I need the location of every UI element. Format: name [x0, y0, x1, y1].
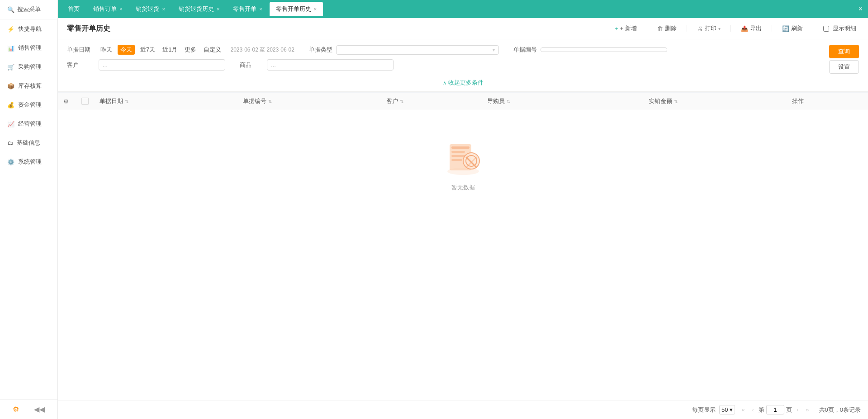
tab-sales-return-history[interactable]: 销货退货历史 ×	[172, 2, 226, 16]
toolbar-divider-3	[730, 25, 731, 32]
th-checkbox	[76, 93, 94, 110]
sort-customer-icon: ⇅	[400, 99, 403, 104]
sort-date[interactable]: 单据日期 ⇅	[100, 97, 232, 105]
sidebar-item-label: 销售管理	[18, 44, 42, 52]
settings-icon[interactable]: ⚙	[13, 405, 19, 414]
th-no: 单据编号 ⇅	[237, 93, 381, 110]
refresh-button[interactable]: 🔄 刷新	[779, 23, 806, 34]
tab-sales-return[interactable]: 销货退货 ×	[129, 2, 171, 16]
sidebar-item-sales-mgmt[interactable]: 📊 销售管理	[0, 38, 57, 57]
page-first-btn[interactable]: «	[739, 405, 747, 414]
filter-settings-button[interactable]: 设置	[829, 60, 859, 74]
tab-sales-order[interactable]: 销售订单 ×	[87, 2, 128, 16]
date-option-yesterday[interactable]: 昨天	[99, 45, 114, 55]
page-next-btn[interactable]: ›	[794, 405, 801, 414]
delete-icon: 🗑	[657, 25, 663, 32]
page-title: 零售开单历史	[67, 24, 110, 33]
order-type-input[interactable]: ▾	[336, 45, 499, 55]
th-amount: 实销金额 ⇅	[643, 93, 787, 110]
table-container: ⚙ 单据日期 ⇅	[58, 93, 868, 419]
order-type-label: 单据类型	[309, 46, 336, 54]
export-button[interactable]: 📤 导出	[738, 23, 764, 34]
sort-amount[interactable]: 实销金额 ⇅	[649, 97, 781, 105]
finance-icon: 💰	[7, 102, 14, 108]
th-no-label: 单据编号	[243, 97, 266, 105]
sidebar-item-finance[interactable]: 💰 资金管理	[0, 95, 57, 114]
sort-no[interactable]: 单据编号 ⇅	[243, 97, 375, 105]
date-range: 2023-06-02 至 2023-06-02	[230, 46, 294, 54]
tab-retail-history-close[interactable]: ×	[314, 6, 317, 12]
tab-sales-return-history-close[interactable]: ×	[217, 6, 219, 12]
toolbar-divider-1	[647, 25, 647, 32]
date-option-last7[interactable]: 近7天	[138, 45, 157, 55]
th-customer: 客户 ⇅	[381, 93, 482, 110]
sort-no-icon: ⇅	[268, 99, 272, 104]
date-option-last1m[interactable]: 近1月	[161, 45, 179, 55]
collapse-button[interactable]: ∧ 收起更多条件	[437, 77, 489, 89]
delete-button[interactable]: 🗑 删除	[655, 23, 679, 34]
goods-label: 商品	[240, 61, 267, 69]
tabs-bar: 首页 销售订单 × 销货退货 × 销货退货历史 × 零售开单 × 零售开单历史 …	[58, 0, 868, 18]
page-navigation: « ‹ 第 页 › »	[739, 405, 811, 414]
sidebar-item-quick-nav[interactable]: ⚡ 快捷导航	[0, 19, 57, 38]
tab-retail-open-label: 零售开单	[233, 5, 256, 13]
add-button[interactable]: + + 新增	[612, 23, 640, 34]
th-guide-label: 导购员	[487, 97, 505, 105]
page-last-btn[interactable]: »	[803, 405, 811, 414]
tab-sales-return-close[interactable]: ×	[162, 6, 165, 12]
tab-retail-open[interactable]: 零售开单 ×	[227, 2, 268, 16]
display-detail-button[interactable]: 显示明细	[821, 23, 859, 34]
display-detail-checkbox[interactable]	[823, 26, 829, 32]
customer-input[interactable]: ...	[99, 59, 225, 71]
print-icon: 🖨	[697, 25, 703, 32]
tab-sales-order-label: 销售订单	[93, 5, 117, 13]
order-no-label: 单据编号	[513, 46, 541, 54]
window-close-btn[interactable]: ×	[857, 5, 864, 13]
table-scroll[interactable]: ⚙ 单据日期 ⇅	[58, 93, 868, 400]
tab-sales-return-history-label: 销货退货历史	[179, 5, 214, 13]
sidebar-item-label: 基础信息	[17, 139, 40, 147]
query-button[interactable]: 查询	[829, 45, 859, 58]
per-page-arrow-icon: ▾	[730, 406, 733, 413]
per-page-select[interactable]: 50 ▾	[719, 405, 735, 414]
add-icon: +	[615, 25, 618, 32]
sort-guide[interactable]: 导购员 ⇅	[487, 97, 598, 105]
query-buttons: 查询 设置	[829, 45, 859, 74]
sort-date-icon: ⇅	[125, 99, 128, 104]
order-no-input[interactable]	[541, 47, 667, 52]
sidebar-bottom: ⚙ ◀◀	[0, 399, 57, 419]
svg-rect-5	[451, 159, 462, 161]
sidebar-item-basic-info[interactable]: 🗂 基础信息	[0, 133, 57, 152]
date-option-more[interactable]: 更多	[183, 45, 198, 55]
select-all-checkbox[interactable]	[81, 98, 89, 105]
table-settings-icon[interactable]: ⚙	[63, 98, 69, 105]
tab-retail-history[interactable]: 零售开单历史 ×	[270, 2, 323, 16]
th-customer-label: 客户	[386, 97, 398, 105]
sidebar-item-purchase-mgmt[interactable]: 🛒 采购管理	[0, 57, 57, 76]
basic-info-icon: 🗂	[7, 140, 13, 146]
sidebar-item-operations[interactable]: 📈 经营管理	[0, 114, 57, 133]
sort-customer[interactable]: 客户 ⇅	[386, 97, 476, 105]
per-page-value: 50	[721, 406, 728, 413]
tab-retail-open-close[interactable]: ×	[259, 6, 262, 12]
page-prev-btn[interactable]: ‹	[749, 405, 757, 414]
tab-sales-order-close[interactable]: ×	[119, 6, 122, 12]
sidebar-item-label: 系统管理	[18, 158, 42, 166]
date-option-custom[interactable]: 自定义	[202, 45, 223, 55]
collapse-up-icon: ∧	[443, 80, 446, 86]
sidebar-search[interactable]: 🔍 搜索采单	[0, 0, 57, 19]
sales-mgmt-icon: 📊	[7, 45, 14, 52]
collapse-icon[interactable]: ◀◀	[34, 405, 45, 414]
pagination: 每页显示 50 ▾ « ‹ 第 页 › » 共0页，0条记录	[58, 400, 868, 419]
tab-home[interactable]: 首页	[62, 2, 86, 16]
sidebar-item-inventory[interactable]: 📦 库存核算	[0, 76, 57, 95]
date-option-today[interactable]: 今天	[118, 45, 135, 55]
filter-row-2: 客户 ... 商品 ...	[67, 59, 822, 71]
print-button[interactable]: 🖨 打印 ▾	[694, 23, 723, 34]
th-action: 操作	[787, 93, 868, 110]
sidebar-item-system[interactable]: ⚙️ 系统管理	[0, 152, 57, 171]
empty-text: 暂无数据	[451, 184, 475, 192]
page-number-input[interactable]	[766, 405, 784, 414]
sort-amount-icon: ⇅	[674, 99, 678, 104]
goods-input[interactable]: ...	[267, 59, 394, 71]
